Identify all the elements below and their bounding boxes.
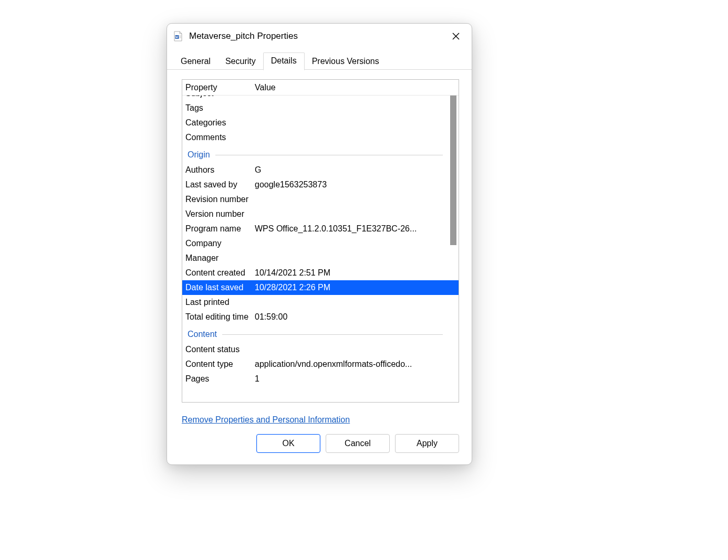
window-title: Metaverse_pitch Properties — [189, 31, 298, 41]
row-value: 10/14/2021 2:51 PM — [255, 268, 455, 278]
word-doc-icon — [173, 31, 183, 41]
row-version-number[interactable]: Version number — [182, 207, 459, 221]
row-label: Last printed — [185, 298, 255, 307]
row-total-editing-time[interactable]: Total editing time 01:59:00 — [182, 310, 459, 324]
row-label: Subject — [185, 96, 255, 98]
column-header-value[interactable]: Value — [255, 83, 459, 92]
row-label: Content created — [185, 268, 255, 278]
row-value: G — [255, 165, 455, 175]
row-value: 10/28/2021 2:26 PM — [255, 283, 455, 292]
row-date-last-saved[interactable]: Date last saved 10/28/2021 2:26 PM — [182, 280, 459, 295]
dialog-buttons: OK Cancel Apply — [167, 434, 472, 464]
row-label: Version number — [185, 209, 255, 219]
row-value: application/vnd.openxmlformats-officedo.… — [255, 360, 455, 369]
tabstrip: General Security Details Previous Versio… — [167, 49, 472, 70]
row-label: Total editing time — [185, 312, 255, 322]
tab-security[interactable]: Security — [218, 52, 263, 70]
row-program-name[interactable]: Program name WPS Office_11.2.0.10351_F1E… — [182, 221, 459, 236]
row-categories[interactable]: Categories — [182, 115, 459, 130]
row-label: Pages — [185, 374, 255, 384]
row-manager[interactable]: Manager — [182, 251, 459, 266]
row-label: Authors — [185, 165, 255, 175]
close-button[interactable] — [445, 26, 466, 47]
row-label: Revision number — [185, 195, 255, 204]
row-label: Tags — [185, 103, 255, 113]
row-value: google1563253873 — [255, 180, 455, 189]
row-authors[interactable]: Authors G — [182, 163, 459, 177]
row-label: Company — [185, 239, 255, 248]
section-label: Origin — [188, 150, 210, 160]
row-value: 1 — [255, 374, 455, 384]
row-pages[interactable]: Pages 1 — [182, 372, 459, 386]
property-list: Property Value Subject Tags Categories — [182, 79, 459, 403]
vertical-scrollbar[interactable] — [449, 96, 457, 401]
row-subject[interactable]: Subject — [182, 96, 459, 101]
row-label: Date last saved — [185, 283, 255, 292]
tab-general[interactable]: General — [173, 52, 218, 70]
row-label: Categories — [185, 118, 255, 128]
section-content: Content — [182, 326, 459, 342]
property-list-header: Property Value — [182, 80, 459, 96]
section-divider — [222, 334, 443, 335]
row-content-status[interactable]: Content status — [182, 342, 459, 357]
row-comments[interactable]: Comments — [182, 130, 459, 145]
row-label: Program name — [185, 224, 255, 234]
tab-previous-versions[interactable]: Previous Versions — [305, 52, 387, 70]
row-label: Content type — [185, 360, 255, 369]
row-label: Manager — [185, 253, 255, 263]
row-value: WPS Office_11.2.0.10351_F1E327BC-26... — [255, 224, 455, 234]
remove-properties-link[interactable]: Remove Properties and Personal Informati… — [182, 415, 350, 424]
row-last-saved-by[interactable]: Last saved by google1563253873 — [182, 177, 459, 192]
ok-button[interactable]: OK — [256, 434, 320, 453]
row-content-created[interactable]: Content created 10/14/2021 2:51 PM — [182, 266, 459, 280]
tab-details[interactable]: Details — [263, 52, 305, 70]
row-last-printed[interactable]: Last printed — [182, 295, 459, 310]
section-divider — [215, 155, 443, 155]
row-value: 01:59:00 — [255, 312, 455, 322]
row-company[interactable]: Company — [182, 236, 459, 251]
section-origin: Origin — [182, 147, 459, 163]
section-label: Content — [188, 330, 217, 339]
row-label: Content status — [185, 345, 255, 354]
apply-button[interactable]: Apply — [395, 434, 459, 453]
titlebar: Metaverse_pitch Properties — [167, 24, 472, 49]
cancel-button[interactable]: Cancel — [326, 434, 390, 453]
properties-dialog: Metaverse_pitch Properties General Secur… — [167, 23, 472, 465]
row-label: Comments — [185, 133, 255, 142]
row-label: Last saved by — [185, 180, 255, 189]
row-content-type[interactable]: Content type application/vnd.openxmlform… — [182, 357, 459, 372]
row-tags[interactable]: Tags — [182, 101, 459, 115]
scrollbar-thumb[interactable] — [450, 96, 456, 245]
column-header-property[interactable]: Property — [185, 83, 255, 92]
row-revision-number[interactable]: Revision number — [182, 192, 459, 207]
close-icon — [452, 33, 460, 40]
